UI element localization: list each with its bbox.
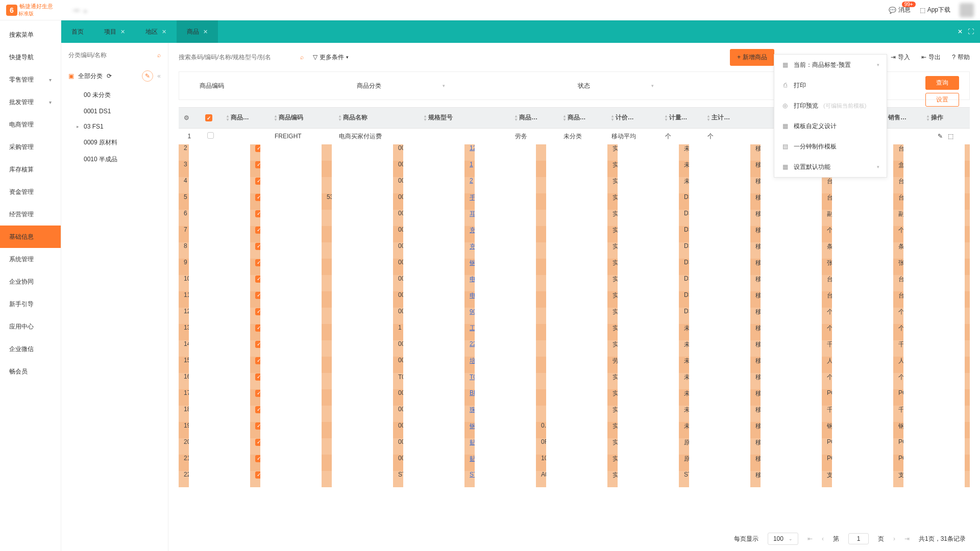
- select-all-checkbox[interactable]: ✓: [205, 114, 212, 121]
- print-menu-item[interactable]: ▦设置默认功能▾: [774, 157, 887, 177]
- sidebar-item[interactable]: 新手引导: [0, 293, 61, 315]
- app-download-button[interactable]: ⬚ App下载: [920, 6, 950, 14]
- per-page-select[interactable]: 100⌄: [768, 533, 798, 545]
- tree-item[interactable]: 0001 DS1: [61, 104, 168, 119]
- column-header[interactable]: ⚙: [179, 108, 200, 128]
- sidebar-item[interactable]: 企业微信: [0, 338, 61, 360]
- row-checkbox[interactable]: ✓: [255, 308, 260, 315]
- product-name-link[interactable]: 贴片电阻: [470, 439, 475, 446]
- product-name-link[interactable]: 贴片电容: [470, 455, 475, 462]
- column-header[interactable]: ▴▾主计…: [702, 108, 750, 128]
- product-name-link[interactable]: 90小: [470, 308, 475, 315]
- tree-item[interactable]: 0009 原材料: [61, 134, 168, 151]
- column-header[interactable]: ▴▾商品…: [558, 108, 606, 128]
- close-icon[interactable]: ✕: [162, 29, 166, 35]
- column-header[interactable]: ▴▾规格型号: [419, 108, 510, 128]
- fullscreen-icon[interactable]: ⛶: [968, 28, 974, 35]
- row-checkbox[interactable]: ✓: [255, 455, 260, 462]
- settings-button[interactable]: 设置: [925, 93, 959, 107]
- product-name-link[interactable]: 122: [470, 144, 475, 152]
- row-checkbox[interactable]: ✓: [255, 276, 260, 283]
- sidebar-item[interactable]: 企业协同: [0, 270, 61, 293]
- print-menu-item[interactable]: ◎打印预览(可编辑当前模板): [774, 95, 887, 116]
- search-icon[interactable]: ⌕: [300, 54, 304, 61]
- search-input[interactable]: [179, 54, 291, 61]
- print-menu-item[interactable]: ⎙打印: [774, 75, 887, 95]
- column-header[interactable]: ▴▾商品编码: [270, 108, 334, 128]
- row-checkbox[interactable]: ✓: [255, 178, 260, 185]
- product-name-link[interactable]: 珠宝: [470, 406, 475, 413]
- product-name-link[interactable]: 钢材: [470, 422, 475, 430]
- add-product-button[interactable]: + 新增商品: [730, 49, 774, 66]
- tab[interactable]: 地区✕: [135, 20, 177, 43]
- sidebar-item[interactable]: 资金管理: [0, 181, 61, 203]
- product-name-link[interactable]: 222: [470, 340, 475, 347]
- tab[interactable]: 项目✕: [94, 20, 135, 43]
- tree-search-input[interactable]: [68, 52, 153, 59]
- refresh-icon[interactable]: ⟳: [107, 72, 112, 80]
- row-checkbox[interactable]: ✓: [255, 390, 260, 397]
- close-icon[interactable]: ✕: [203, 29, 208, 35]
- tab[interactable]: 商品✕: [177, 20, 218, 43]
- sidebar-item[interactable]: 快捷导航: [0, 46, 61, 68]
- column-header[interactable]: ✓: [200, 108, 222, 128]
- print-menu-item[interactable]: ▦模板自定义设计: [774, 116, 887, 136]
- avatar[interactable]: [960, 3, 974, 17]
- close-icon[interactable]: ✕: [120, 29, 125, 35]
- product-name-link[interactable]: 手机: [470, 194, 475, 201]
- tree-item[interactable]: 00 未分类: [61, 87, 168, 104]
- sidebar-item[interactable]: 基础信息: [0, 226, 61, 248]
- row-checkbox[interactable]: ✓: [255, 194, 260, 201]
- more-filters-button[interactable]: ▽ 更多条件 ▾: [313, 53, 349, 62]
- row-checkbox[interactable]: ✓: [255, 145, 260, 152]
- pager-first-icon[interactable]: ⇤: [807, 535, 813, 542]
- row-checkbox[interactable]: ✓: [255, 373, 260, 381]
- tree-item[interactable]: 0010 半成品: [61, 151, 168, 168]
- tab[interactable]: 首页: [61, 20, 94, 43]
- page-input[interactable]: [848, 533, 869, 544]
- tab-close-all-icon[interactable]: ✕: [958, 28, 963, 35]
- gear-icon[interactable]: ⚙: [184, 114, 189, 121]
- product-name-link[interactable]: 电脑主机: [470, 292, 475, 299]
- help-button[interactable]: ?帮助: [952, 53, 970, 62]
- product-name-link[interactable]: ST1.6*12: [470, 471, 475, 478]
- messages-button[interactable]: 💬 消息 99+: [889, 6, 911, 14]
- row-checkbox[interactable]: ✓: [255, 243, 260, 250]
- sidebar-item[interactable]: 系统管理: [0, 248, 61, 270]
- print-menu-item[interactable]: ▤一分钟制作模板: [774, 136, 887, 157]
- product-name-link[interactable]: BLD10-23-1.1KW: [470, 389, 475, 396]
- row-checkbox[interactable]: ✓: [255, 357, 260, 364]
- row-checkbox[interactable]: ✓: [255, 210, 260, 217]
- column-header[interactable]: ▴▾商品名称: [334, 108, 420, 128]
- product-name-link[interactable]: T0301白面黑带: [470, 373, 475, 381]
- row-checkbox[interactable]: ✓: [255, 471, 260, 479]
- product-name-link[interactable]: 耳机: [470, 210, 475, 217]
- column-header[interactable]: ▴▾商品…: [222, 108, 270, 128]
- query-button[interactable]: 查询: [925, 76, 959, 90]
- pager-prev-icon[interactable]: ‹: [822, 535, 824, 542]
- sidebar-item[interactable]: 电商管理: [0, 113, 61, 136]
- product-name-link[interactable]: 充电线: [470, 243, 475, 250]
- filter-category-select[interactable]: 商品分类▾: [357, 82, 445, 90]
- product-name-link[interactable]: 培训费: [470, 357, 475, 364]
- row-checkbox[interactable]: [207, 132, 214, 139]
- column-header[interactable]: ▴▾计价…: [606, 108, 660, 128]
- tree-item[interactable]: ▸03 FS1: [61, 119, 168, 134]
- row-edit-icon[interactable]: ✎: [938, 133, 943, 140]
- sidebar-item[interactable]: 库存核算: [0, 158, 61, 181]
- row-checkbox[interactable]: ✓: [255, 422, 260, 430]
- row-checkbox[interactable]: ✓: [255, 259, 260, 266]
- product-name-link[interactable]: 充电头: [470, 227, 475, 234]
- tree-edit-icon[interactable]: ✎: [142, 70, 153, 82]
- sidebar-item[interactable]: 批发管理▾: [0, 91, 61, 113]
- company-selector[interactable]: — ⌄: [74, 7, 88, 14]
- sidebar-item[interactable]: 应用中心: [0, 315, 61, 338]
- tree-collapse-icon[interactable]: «: [157, 72, 161, 80]
- column-header[interactable]: ▴▾操作: [922, 108, 970, 128]
- filter-status-select[interactable]: 状态▾: [578, 82, 654, 90]
- row-checkbox[interactable]: ✓: [255, 324, 260, 332]
- sidebar-item[interactable]: 采购管理: [0, 136, 61, 158]
- pager-last-icon[interactable]: ⇥: [904, 535, 910, 542]
- row-checkbox[interactable]: ✓: [255, 161, 260, 168]
- product-name-link[interactable]: 电脑: [470, 276, 475, 283]
